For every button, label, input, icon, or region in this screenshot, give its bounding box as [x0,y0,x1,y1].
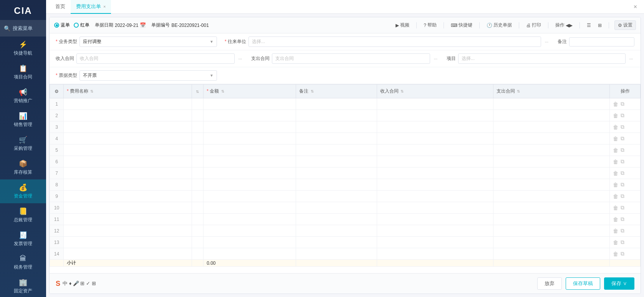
cell-remark[interactable] [296,214,377,225]
copy-row-icon[interactable]: ⧉ [621,147,624,153]
cell-expense-contract[interactable] [493,110,609,121]
income-contract-select[interactable]: 收入合同 [76,53,235,64]
cell-amount[interactable] [204,98,296,110]
expense-contract-sort-icon[interactable]: ⇅ [517,89,520,93]
cell-income-contract[interactable] [377,248,493,260]
expense-contract-more-icon[interactable]: ··· [432,56,439,61]
view-toggle-grid[interactable]: ⊞ [596,22,603,29]
sidebar-item-inventory[interactable]: 📦 库存核算 [0,156,46,179]
copy-row-icon[interactable]: ⧉ [621,124,624,130]
calendar-icon[interactable]: 📅 [140,22,146,28]
cell-amount[interactable] [204,121,296,133]
help-btn[interactable]: ? 帮助 [422,21,438,29]
cell-expense-name[interactable] [64,248,192,260]
actions-btn[interactable]: 操作 ◀▶ [554,21,574,29]
sidebar-item-capital[interactable]: 💰 资金管理 [0,179,46,203]
radio-red[interactable]: 红单 [74,22,89,28]
expense-name-sort-icon[interactable]: ⇅ [90,89,93,93]
cell-expense-name[interactable] [64,98,192,110]
cell-expense-name[interactable] [64,225,192,237]
cell-expense-contract[interactable] [493,214,609,225]
shortcut-btn[interactable]: ⌨ 快捷键 [449,21,474,29]
cell-amount[interactable] [204,168,296,179]
cell-expense-contract[interactable] [493,202,609,214]
expense-contract-select[interactable]: 支出合同 [272,53,430,64]
copy-row-icon[interactable]: ⧉ [621,181,624,188]
cell-expense-contract[interactable] [493,98,609,110]
sidebar-item-sales[interactable]: 📊 销售管理 [0,108,46,132]
cell-expense-contract[interactable] [493,156,609,168]
cell-remark[interactable] [296,248,377,260]
cell-remark[interactable] [296,225,377,237]
cell-expense-contract[interactable] [493,225,609,237]
cell-expense-name[interactable] [64,133,192,144]
save-draft-button[interactable]: 保存草稿 [566,277,600,290]
copy-row-icon[interactable]: ⧉ [621,193,624,199]
cell-income-contract[interactable] [377,179,493,191]
cell-amount[interactable] [204,144,296,156]
cell-amount[interactable] [204,110,296,121]
view-toggle-list[interactable]: ☰ [585,22,593,29]
discard-button[interactable]: 放弃 [537,277,562,290]
copy-row-icon[interactable]: ⧉ [621,251,624,257]
cell-income-contract[interactable] [377,237,493,248]
amount-sort-icon[interactable]: ⇅ [221,89,224,93]
delete-row-icon[interactable]: 🗑 [613,124,618,130]
cell-amount[interactable] [204,191,296,202]
copy-row-icon[interactable]: ⧉ [621,101,624,107]
save-button[interactable]: 保存 ∨ [604,277,634,290]
sidebar-item-marketing[interactable]: 📢 营销推广 [0,84,46,108]
cell-amount[interactable] [204,202,296,214]
income-contract-more-icon[interactable]: ··· [237,56,243,61]
cell-expense-name[interactable] [64,156,192,168]
cell-amount[interactable] [204,214,296,225]
invoice-type-select[interactable]: 不开票 ▼ [79,70,217,81]
cell-income-contract[interactable] [377,191,493,202]
window-close-button[interactable]: × [631,3,640,11]
cell-remark[interactable] [296,121,377,133]
cell-expense-contract[interactable] [493,248,609,260]
cell-expense-contract[interactable] [493,144,609,156]
cell-expense-contract[interactable] [493,133,609,144]
income-contract-sort-icon[interactable]: ⇅ [401,89,404,93]
cell-amount[interactable] [204,156,296,168]
cell-income-contract[interactable] [377,121,493,133]
delete-row-icon[interactable]: 🗑 [613,170,618,176]
copy-row-icon[interactable]: ⧉ [621,239,624,246]
cell-expense-name[interactable] [64,121,192,133]
cell-expense-name[interactable] [64,214,192,225]
delete-row-icon[interactable]: 🗑 [613,136,618,142]
th-settings[interactable]: ⚙ [50,85,64,98]
tab-home[interactable]: 首页 [50,0,71,14]
cell-amount[interactable] [204,237,296,248]
partner-more-icon[interactable]: ··· [543,40,550,44]
copy-row-icon[interactable]: ⧉ [621,170,624,176]
cell-expense-name[interactable] [64,179,192,191]
sidebar-item-purchase[interactable]: 🛒 采购管理 [0,132,46,156]
cell-expense-name[interactable] [64,191,192,202]
delete-row-icon[interactable]: 🗑 [613,239,618,246]
sidebar-item-invoice[interactable]: 🧾 发票管理 [0,227,46,251]
sidebar-item-accounting[interactable]: 📒 总账管理 [0,203,46,227]
delete-row-icon[interactable]: 🗑 [613,193,618,199]
partner-select[interactable]: 选择... [248,37,541,47]
cell-income-contract[interactable] [377,133,493,144]
delete-row-icon[interactable]: 🗑 [613,228,618,234]
cell-income-contract[interactable] [377,225,493,237]
tab-expense[interactable]: 费用支出单 × [71,0,111,14]
cell-expense-contract[interactable] [493,121,609,133]
copy-row-icon[interactable]: ⧉ [621,135,624,142]
delete-row-icon[interactable]: 🗑 [613,216,618,222]
cell-remark[interactable] [296,168,377,179]
delete-row-icon[interactable]: 🗑 [613,147,618,153]
delete-row-icon[interactable]: 🗑 [613,251,618,257]
business-type-select[interactable]: 应付调整 ▼ [79,37,217,47]
delete-row-icon[interactable]: 🗑 [613,101,618,107]
cell-remark[interactable] [296,202,377,214]
cell-expense-name[interactable] [64,237,192,248]
cell-income-contract[interactable] [377,168,493,179]
sort-handle-icon[interactable]: ⇅ [196,90,199,94]
cell-expense-name[interactable] [64,202,192,214]
remark-input[interactable] [569,37,634,46]
cell-remark[interactable] [296,191,377,202]
